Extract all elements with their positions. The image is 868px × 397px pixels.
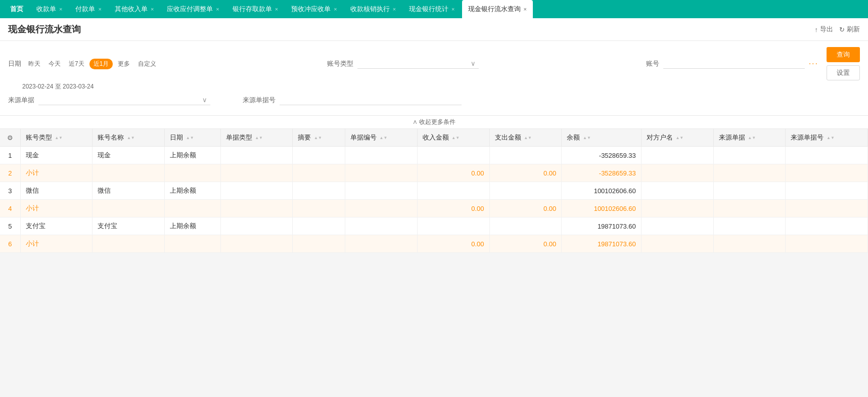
close-icon[interactable]: × <box>393 6 396 12</box>
table-cell: 3 <box>0 182 20 200</box>
export-button[interactable]: ↑ 导出 <box>815 25 834 34</box>
close-icon[interactable]: × <box>275 6 278 12</box>
table-cell <box>165 164 220 182</box>
account-filter-group: 账号 ··· <box>646 59 818 69</box>
column-account-type[interactable]: 账号类型 ▲▼ <box>20 129 93 147</box>
table-cell: -3528659.33 <box>562 147 641 164</box>
gear-icon[interactable]: ⚙ <box>7 134 13 142</box>
nav-tab-bank-stat[interactable]: 现金银行统计 × <box>403 0 461 18</box>
close-icon[interactable]: × <box>216 6 219 12</box>
table-cell: 上期余额 <box>165 147 220 164</box>
nav-tab-other-income[interactable]: 其他收入单 × <box>109 0 160 18</box>
table-cell <box>786 164 868 182</box>
table-cell <box>641 217 713 235</box>
refresh-label: 刷新 <box>847 25 860 34</box>
column-date-label: 日期 <box>170 134 183 141</box>
table-cell <box>345 200 417 217</box>
column-balance-label: 余额 <box>567 134 580 141</box>
close-icon[interactable]: × <box>98 6 101 12</box>
table-cell: 0.00 <box>417 235 489 253</box>
source-doc-num-input[interactable] <box>280 95 462 105</box>
close-icon[interactable]: × <box>334 6 337 12</box>
close-icon[interactable]: × <box>524 6 527 12</box>
settings-button[interactable]: 设置 <box>827 65 860 80</box>
source-doc-select[interactable]: ∨ <box>38 95 210 105</box>
close-icon[interactable]: × <box>151 6 154 12</box>
column-balance[interactable]: 余额 ▲▼ <box>562 129 641 147</box>
source-doc-label: 来源单据 <box>8 96 34 105</box>
nav-tab-verify-label: 收款核销执行 <box>350 5 390 14</box>
column-income[interactable]: 收入金额 ▲▼ <box>417 129 489 147</box>
account-label: 账号 <box>646 59 659 68</box>
filter-section: 日期 昨天 今天 近7天 近1月 更多 自定义 账号类型 ∨ <box>0 41 868 129</box>
account-type-label: 账号类型 <box>327 59 353 68</box>
table-cell <box>345 147 417 164</box>
account-dots-button[interactable]: ··· <box>809 59 818 68</box>
column-doc-type[interactable]: 单据类型 ▲▼ <box>220 129 293 147</box>
sort-icon: ▲▼ <box>451 136 460 140</box>
table-cell <box>641 182 713 200</box>
export-icon: ↑ <box>815 26 818 33</box>
account-input[interactable] <box>663 59 805 69</box>
table-cell <box>417 147 489 164</box>
shortcut-7days[interactable]: 近7天 <box>66 59 87 69</box>
column-expense[interactable]: 支出金额 ▲▼ <box>489 129 562 147</box>
sort-icon: ▲▼ <box>186 136 194 140</box>
table-cell: 现金 <box>20 147 93 164</box>
table-container: ⚙ 账号类型 ▲▼ 账号名称 ▲▼ 日期 ▲▼ 单据类型 ▲▼ <box>0 129 868 253</box>
sort-icon: ▲▼ <box>55 136 63 140</box>
refresh-button[interactable]: ↻ 刷新 <box>839 25 860 34</box>
column-source-doc-num[interactable]: 来源单据号 ▲▼ <box>786 129 868 147</box>
column-counterpart[interactable]: 对方户名 ▲▼ <box>641 129 713 147</box>
export-label: 导出 <box>820 25 833 34</box>
table-cell <box>293 164 345 182</box>
nav-tab-verify[interactable]: 收款核销执行 × <box>344 0 402 18</box>
table-cell <box>641 147 713 164</box>
nav-tab-payment[interactable]: 付款单 × <box>69 0 107 18</box>
shortcut-today[interactable]: 今天 <box>45 59 64 69</box>
date-range-display: 2023-02-24 至 2023-03-24 <box>22 83 94 90</box>
column-account-name[interactable]: 账号名称 ▲▼ <box>93 129 165 147</box>
table-cell <box>345 164 417 182</box>
column-source-doc[interactable]: 来源单据 ▲▼ <box>713 129 786 147</box>
collapse-bar[interactable]: ∧ 收起更多条件 <box>0 116 868 129</box>
column-doc-num[interactable]: 单据编号 ▲▼ <box>345 129 417 147</box>
nav-tab-receipt[interactable]: 收款单 × <box>30 0 68 18</box>
nav-tab-adjust[interactable]: 应收应付调整单 × <box>161 0 225 18</box>
account-type-select[interactable]: ∨ <box>357 59 479 69</box>
close-icon[interactable]: × <box>59 6 62 12</box>
shortcut-1month[interactable]: 近1月 <box>89 59 113 69</box>
collapse-label: ∧ 收起更多条件 <box>413 118 455 125</box>
table-cell: 0.00 <box>489 164 562 182</box>
nav-tab-bank-flow[interactable]: 现金银行流水查询 × <box>462 0 533 18</box>
table-cell: 1 <box>0 147 20 164</box>
action-buttons: 查询 设置 <box>827 47 860 80</box>
column-gear[interactable]: ⚙ <box>0 129 20 147</box>
query-button[interactable]: 查询 <box>827 47 860 62</box>
sort-icon: ▲▼ <box>748 136 756 140</box>
chevron-down-icon: ∨ <box>471 60 476 67</box>
table-cell <box>293 235 345 253</box>
source-doc-num-label: 来源单据号 <box>243 96 276 105</box>
nav-tab-pre-receipt[interactable]: 预收冲应收单 × <box>285 0 343 18</box>
table-cell: 小计 <box>20 235 93 253</box>
table-cell: 0.00 <box>417 164 489 182</box>
table-cell <box>293 217 345 235</box>
nav-tab-home-label: 首页 <box>10 5 23 14</box>
close-icon[interactable]: × <box>451 6 454 12</box>
table-cell <box>489 147 562 164</box>
column-summary[interactable]: 摘要 ▲▼ <box>293 129 345 147</box>
table-cell <box>417 217 489 235</box>
shortcut-yesterday[interactable]: 昨天 <box>25 59 43 69</box>
nav-tab-bank-deposit[interactable]: 银行存取款单 × <box>226 0 284 18</box>
nav-tab-home[interactable]: 首页 <box>4 0 29 18</box>
shortcut-custom[interactable]: 自定义 <box>135 59 159 69</box>
table-row: 1现金现金上期余额-3528659.33 <box>0 147 868 164</box>
data-table: ⚙ 账号类型 ▲▼ 账号名称 ▲▼ 日期 ▲▼ 单据类型 ▲▼ <box>0 129 868 253</box>
table-cell: 19871073.60 <box>562 235 641 253</box>
column-summary-label: 摘要 <box>298 134 311 141</box>
table-cell <box>220 164 293 182</box>
column-date[interactable]: 日期 ▲▼ <box>165 129 220 147</box>
table-cell <box>293 182 345 200</box>
shortcut-more[interactable]: 更多 <box>115 59 133 69</box>
